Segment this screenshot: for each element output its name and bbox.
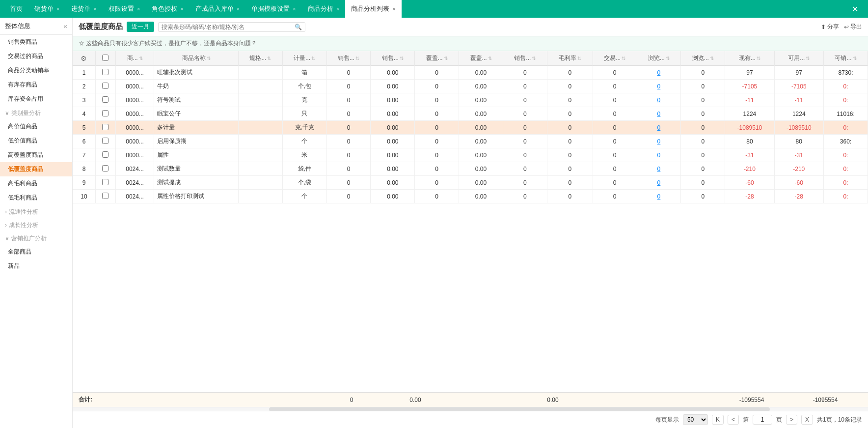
- row-select-checkbox[interactable]: [102, 151, 108, 158]
- last-page-button[interactable]: X: [801, 415, 813, 425]
- sidebar-group-title-flow[interactable]: ›流通性分析: [0, 205, 72, 218]
- sidebar-item-new-goods[interactable]: 新品: [0, 259, 72, 273]
- row-select-checkbox[interactable]: [102, 83, 108, 89]
- page-input[interactable]: [753, 415, 772, 425]
- row-browse1[interactable]: 0: [637, 93, 681, 107]
- sidebar-item-low-margin[interactable]: 低毛利商品: [0, 191, 72, 205]
- sidebar-group-title-marketing[interactable]: ∨营销推广分析: [0, 231, 72, 245]
- sidebar-item-high-coverage[interactable]: 高覆盖度商品: [0, 148, 72, 162]
- row-checkbox[interactable]: [95, 121, 115, 135]
- row-checkbox[interactable]: [95, 66, 115, 80]
- row-num: 9: [73, 176, 95, 190]
- checkbox-column-header[interactable]: [95, 51, 115, 66]
- sales-qty-column-header[interactable]: 销售...⇅: [326, 51, 371, 66]
- sidebar-item-traded-goods[interactable]: 交易过的商品: [0, 49, 72, 63]
- search-input[interactable]: [162, 24, 295, 30]
- row-select-checkbox[interactable]: [102, 138, 108, 144]
- next-page-button[interactable]: >: [786, 415, 797, 425]
- sidebar-item-low-value[interactable]: 低价值商品: [0, 134, 72, 148]
- settings-icon[interactable]: ⚙: [81, 55, 87, 62]
- close-icon[interactable]: ×: [137, 6, 140, 12]
- prev-page-button[interactable]: <: [728, 415, 739, 425]
- row-checkbox[interactable]: [95, 135, 115, 148]
- sidebar-group-title-category[interactable]: ∨类别量分析: [0, 106, 72, 119]
- browse2-column-header[interactable]: 浏览...⇅: [681, 51, 725, 66]
- export-button[interactable]: ↩ 导出: [844, 23, 862, 31]
- row-browse1[interactable]: 0: [637, 121, 681, 135]
- sidebar-group-title-growth[interactable]: ›成长性分析: [0, 218, 72, 231]
- current-stock-column-header[interactable]: 现有...⇅: [725, 51, 774, 66]
- row-checkbox[interactable]: [95, 176, 115, 190]
- sidebar-item-stock-capital[interactable]: 库存资金占用: [0, 92, 72, 106]
- sidebar-item-high-margin[interactable]: 高毛利商品: [0, 176, 72, 191]
- nav-item-permission[interactable]: 权限设置 ×: [103, 0, 146, 18]
- close-icon[interactable]: ×: [180, 6, 183, 12]
- nav-item-sales[interactable]: 销货单 ×: [28, 0, 65, 18]
- first-page-button[interactable]: K: [712, 415, 724, 425]
- row-browse1[interactable]: 0: [637, 135, 681, 148]
- sales-count-column-header[interactable]: 销售...⇅: [503, 51, 547, 66]
- nav-item-template[interactable]: 单据模板设置 ×: [245, 0, 301, 18]
- row-checkbox[interactable]: [95, 93, 115, 107]
- row-checkbox[interactable]: [95, 148, 115, 162]
- nav-item-role[interactable]: 角色授权 ×: [146, 0, 189, 18]
- row-select-checkbox[interactable]: [102, 179, 108, 185]
- row-select-checkbox[interactable]: [102, 165, 108, 171]
- nav-item-purchase[interactable]: 进货单 ×: [65, 0, 102, 18]
- nav-item-home[interactable]: 首页: [4, 0, 28, 18]
- cover1-column-header[interactable]: 覆盖...⇅: [415, 51, 459, 66]
- row-gross-margin: 0: [547, 80, 593, 93]
- table-container[interactable]: ⚙ 商...⇅ 商品名称⇅ 规格...⇅ 计量...⇅ 销售...⇅ 销售...…: [73, 51, 868, 392]
- row-browse1[interactable]: 0: [637, 190, 681, 203]
- sales-amount-column-header[interactable]: 销售...⇅: [371, 51, 415, 66]
- page-size-select[interactable]: 50 100 200: [683, 414, 708, 425]
- close-icon[interactable]: ×: [336, 6, 339, 12]
- trade-column-header[interactable]: 交易...⇅: [593, 51, 637, 66]
- row-select-checkbox[interactable]: [102, 193, 108, 199]
- share-button[interactable]: ⬆ 分享: [821, 23, 839, 31]
- close-icon[interactable]: ×: [293, 6, 296, 12]
- row-select-checkbox[interactable]: [102, 124, 108, 130]
- row-checkbox[interactable]: [95, 80, 115, 93]
- row-checkbox[interactable]: [95, 190, 115, 203]
- nav-item-analysis[interactable]: 商品分析 ×: [302, 0, 345, 18]
- row-select-checkbox[interactable]: [102, 96, 108, 103]
- close-icon[interactable]: ×: [392, 6, 395, 12]
- nav-item-analysis-list[interactable]: 商品分析列表 ×: [345, 0, 401, 18]
- row-browse1[interactable]: 0: [637, 162, 681, 176]
- spec-column-header[interactable]: 规格...⇅: [238, 51, 282, 66]
- row-cover1: 0: [415, 121, 459, 135]
- saleable-column-header[interactable]: 可销...⇅: [823, 51, 868, 66]
- browse1-column-header[interactable]: 浏览...⇅: [637, 51, 681, 66]
- settings-column-header[interactable]: ⚙: [73, 51, 95, 66]
- sidebar-item-sales-goods[interactable]: 销售类商品: [0, 35, 72, 49]
- period-button[interactable]: 近一月: [127, 22, 154, 32]
- row-browse1[interactable]: 0: [637, 107, 681, 121]
- close-icon[interactable]: ×: [237, 6, 240, 12]
- code-column-header[interactable]: 商...⇅: [115, 51, 154, 66]
- row-checkbox[interactable]: [95, 162, 115, 176]
- window-close-button[interactable]: ✕: [846, 4, 864, 14]
- row-browse1[interactable]: 0: [637, 66, 681, 80]
- unit-column-header[interactable]: 计量...⇅: [282, 51, 326, 66]
- row-browse1[interactable]: 0: [637, 148, 681, 162]
- close-icon[interactable]: ×: [93, 6, 96, 12]
- close-icon[interactable]: ×: [56, 6, 59, 12]
- sidebar-item-stocked-goods[interactable]: 有库存商品: [0, 78, 72, 92]
- row-browse1[interactable]: 0: [637, 80, 681, 93]
- cover2-column-header[interactable]: 覆盖...⇅: [459, 51, 503, 66]
- sidebar-item-category-rate[interactable]: 商品分类动销率: [0, 63, 72, 78]
- gross-margin-column-header[interactable]: 毛利率⇅: [547, 51, 593, 66]
- select-all-checkbox[interactable]: [102, 55, 108, 61]
- name-column-header[interactable]: 商品名称⇅: [154, 51, 239, 66]
- sidebar-item-low-coverage[interactable]: 低覆盖度商品: [0, 162, 72, 176]
- row-browse1[interactable]: 0: [637, 176, 681, 190]
- available-stock-column-header[interactable]: 可用...⇅: [774, 51, 823, 66]
- row-select-checkbox[interactable]: [102, 110, 108, 116]
- sidebar-item-high-value[interactable]: 高价值商品: [0, 119, 72, 134]
- row-checkbox[interactable]: [95, 107, 115, 121]
- sidebar-item-all-goods[interactable]: 全部商品: [0, 245, 72, 259]
- nav-item-product-in[interactable]: 产成品入库单 ×: [190, 0, 245, 18]
- row-select-checkbox[interactable]: [102, 69, 108, 75]
- collapse-button[interactable]: «: [63, 22, 67, 30]
